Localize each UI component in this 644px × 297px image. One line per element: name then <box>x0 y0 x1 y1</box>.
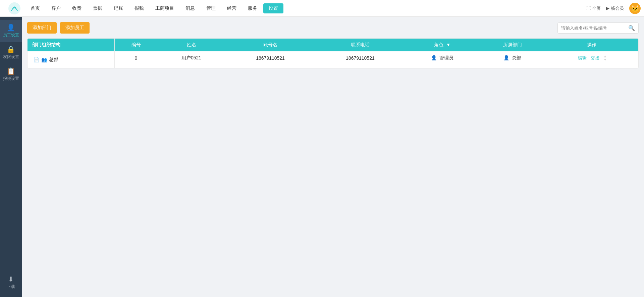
dept-panel: 部门组织结构 📄 👥 总部 <box>28 39 115 68</box>
svg-point-0 <box>8 2 20 14</box>
logo <box>3 2 25 14</box>
cell-id: 0 <box>115 51 157 65</box>
sidebar-item-employee-label: 员工设置 <box>3 32 19 38</box>
search-bar: 🔍 <box>557 22 639 34</box>
top-nav: 首页 客户 收费 票据 记账 报税 工商项目 消息 管理 经营 服务 设置 ⛶ … <box>0 0 644 17</box>
dept-panel-header: 部门组织结构 <box>28 39 114 51</box>
search-input[interactable] <box>558 23 625 33</box>
download-icon: ⬇ <box>8 276 14 283</box>
toolbar: 添加部门 添加员工 🔍 <box>27 22 639 34</box>
fullscreen-label: 全屏 <box>592 5 601 11</box>
permission-icon: 🔒 <box>7 46 15 53</box>
nav-item-fee[interactable]: 收费 <box>67 3 87 13</box>
nav-item-operation[interactable]: 经营 <box>222 3 242 13</box>
member-label: 畅会员 <box>611 5 624 11</box>
tax-settings-icon: 📋 <box>7 68 15 75</box>
add-employee-button[interactable]: 添加员工 <box>60 22 90 34</box>
scroll-control: ▲ ▼ <box>603 55 607 61</box>
scroll-down-icon[interactable]: ▼ <box>603 58 607 61</box>
employee-icon: 👤 <box>7 24 15 31</box>
search-button[interactable]: 🔍 <box>625 23 638 33</box>
main-content: 添加部门 添加员工 🔍 部门组织结构 📄 👥 总部 <box>22 17 644 297</box>
cell-role: 👤 管理员 <box>405 51 480 65</box>
dept-user-icon: 👥 <box>41 57 47 62</box>
nav-right: ⛶ 全屏 ▶ 畅会员 🐱 <box>586 3 641 14</box>
sidebar: 👤 员工设置 🔒 权限设置 📋 报税设置 ⬇ 下载 <box>0 17 22 297</box>
dept-cell-icon: 👤 <box>503 55 509 60</box>
nav-item-home[interactable]: 首页 <box>25 3 45 13</box>
nav-items: 首页 客户 收费 票据 记账 报税 工商项目 消息 管理 经营 服务 设置 <box>25 3 586 13</box>
col-name: 姓名 <box>157 39 225 51</box>
nav-item-service[interactable]: 服务 <box>243 3 263 13</box>
table-header-row: 编号 姓名 账号名 联系电话 角色 ▼ 所属部门 操作 <box>115 39 638 51</box>
dept-tree-item[interactable]: 📄 👥 总部 <box>31 55 111 65</box>
nav-item-message[interactable]: 消息 <box>180 3 200 13</box>
doc-icon: 📄 <box>34 57 39 62</box>
sidebar-item-download-label: 下载 <box>7 284 15 290</box>
sidebar-item-employee[interactable]: 👤 员工设置 <box>0 20 22 42</box>
col-role: 角色 ▼ <box>405 39 480 51</box>
cell-name: 用户0521 <box>157 51 225 65</box>
nav-item-account[interactable]: 记账 <box>108 3 128 13</box>
avatar[interactable]: 🐱 <box>629 3 641 14</box>
fullscreen-btn[interactable]: ⛶ 全屏 <box>586 5 601 11</box>
cell-dept: 👤 总部 <box>480 51 545 65</box>
cell-account: 18679110521 <box>225 51 315 65</box>
table-row: 0 用户0521 18679110521 18679110521 👤 管理员 👤… <box>115 51 638 65</box>
member-btn[interactable]: ▶ 畅会员 <box>606 5 624 11</box>
member-icon: ▶ <box>606 6 609 11</box>
dept-tree: 📄 👥 总部 <box>28 51 114 68</box>
cell-ops: 编辑 交接 ▲ ▼ <box>545 51 638 65</box>
employee-table: 编号 姓名 账号名 联系电话 角色 ▼ 所属部门 操作 0 <box>115 39 638 65</box>
edit-link[interactable]: 编辑 <box>578 55 587 60</box>
sidebar-item-permission[interactable]: 🔒 权限设置 <box>0 42 22 64</box>
sidebar-item-tax-settings[interactable]: 📋 报税设置 <box>0 64 22 86</box>
role-filter-icon[interactable]: ▼ <box>446 42 451 47</box>
nav-item-client[interactable]: 客户 <box>46 3 66 13</box>
role-user-icon: 👤 <box>431 55 437 60</box>
col-dept: 所属部门 <box>480 39 545 51</box>
sidebar-item-permission-label: 权限设置 <box>3 54 19 60</box>
cell-phone: 18679110521 <box>315 51 405 65</box>
add-dept-button[interactable]: 添加部门 <box>27 22 57 34</box>
col-account: 账号名 <box>225 39 315 51</box>
fullscreen-icon: ⛶ <box>586 6 591 11</box>
col-phone: 联系电话 <box>315 39 405 51</box>
col-ops: 操作 <box>545 39 638 51</box>
table-panel: 编号 姓名 账号名 联系电话 角色 ▼ 所属部门 操作 0 <box>115 39 638 68</box>
sidebar-item-tax-settings-label: 报税设置 <box>3 76 19 82</box>
nav-item-settings[interactable]: 设置 <box>263 3 283 13</box>
col-id: 编号 <box>115 39 157 51</box>
nav-item-bill[interactable]: 票据 <box>88 3 108 13</box>
nav-item-tax[interactable]: 报税 <box>129 3 149 13</box>
nav-item-business[interactable]: 工商项目 <box>150 3 179 13</box>
transfer-link[interactable]: 交接 <box>591 55 599 60</box>
dept-name: 总部 <box>49 57 58 63</box>
content-area: 部门组织结构 📄 👥 总部 编号 姓名 账号名 联系电话 <box>27 38 639 68</box>
nav-item-manage[interactable]: 管理 <box>201 3 221 13</box>
sidebar-item-download[interactable]: ⬇ 下载 <box>0 272 22 294</box>
